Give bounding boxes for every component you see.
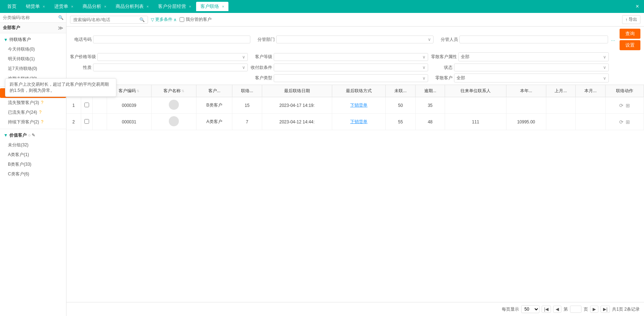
row1-link-icon[interactable]: ⟳ (619, 103, 624, 108)
row1-action: ⟳ ⊞ (605, 97, 644, 114)
next-page-btn[interactable]: ▶ (590, 306, 598, 313)
chevron-payment-icon: ∨ (422, 65, 426, 70)
row1-category: B类客户 (196, 97, 232, 114)
chevron-scattered2-icon: ∨ (603, 76, 606, 81)
chevron-nature-icon: ∨ (242, 65, 245, 70)
row2-this-year: 10995.00 (506, 114, 546, 130)
sidebar-loss-warning-label: 流失预警客户(3) (8, 100, 39, 105)
filter-level-select[interactable]: ∨ (274, 53, 428, 61)
tab-product-analysis[interactable]: 商品分析 × (78, 2, 111, 11)
filter-type-select[interactable]: ∨ (274, 74, 428, 82)
close-tab-product[interactable]: × (104, 4, 106, 9)
sidebar-waiting-contact-group: ▼ 待联络客户 今天待联络(0) 明天待联络(1) 近7天待联络(0) 逾期未联… (0, 33, 66, 85)
sidebar-arrow-value: ▼ (4, 133, 8, 138)
close-all-tabs[interactable]: × (634, 3, 641, 10)
close-tab-sales[interactable]: × (43, 4, 45, 9)
filter-status: 状态 ∨ (431, 63, 609, 71)
row2-check (81, 114, 92, 130)
filter-payment: 收付款条件 ∨ (251, 63, 428, 71)
row2-last-month (546, 114, 576, 130)
filter-manager-more[interactable]: … (610, 37, 617, 42)
tab-sales-order[interactable]: 销货单 × (22, 2, 49, 11)
more-conditions-label: 更多条件 (155, 16, 172, 23)
table-row: 2 000031 A类客户 7 2023-04-12 14:44: (66, 114, 644, 130)
prev-page-btn[interactable]: ◀ (553, 306, 561, 313)
more-conditions-btn[interactable]: ▽ 更多条件 ∧ (151, 16, 177, 23)
sidebar-item-today[interactable]: 今天待联络(0) (0, 44, 66, 54)
sidebar-item-declining[interactable]: 持续下滑客户(2) ? (0, 117, 66, 127)
code-sort-icon[interactable]: ⇅ (136, 89, 139, 93)
export-button[interactable]: ↑ 导出 (622, 15, 640, 24)
sidebar-edit-icon[interactable]: ○ ✎ (28, 133, 36, 138)
per-page-select[interactable]: 50 100 200 (521, 305, 539, 313)
sidebar-value-customers-header[interactable]: ▼ 价值客户 ○ ✎ (0, 131, 66, 140)
row1-method-link[interactable]: 下销货单 (350, 103, 367, 108)
action-label: 联络动作 (616, 88, 633, 93)
sidebar-item-7days[interactable]: 近7天待联络(0) (0, 64, 66, 74)
close-tab-segment[interactable]: × (189, 4, 191, 9)
filter-nature-select[interactable]: ∨ (93, 63, 248, 71)
tooltip-text: 距客户上次交易时长，超过了此客户的平均交易周期的1.5倍，则视为异常。 (10, 82, 109, 93)
close-tab-contact[interactable]: × (222, 4, 224, 9)
chevron-type-icon: ∨ (422, 76, 426, 81)
sidebar-item-c-class[interactable]: C类客户(6) (0, 169, 66, 179)
row2-link-icon[interactable]: ⟳ (619, 119, 624, 125)
row2-unit-contacts: 111 (445, 114, 506, 130)
tab-customer-segment[interactable]: 客户分层经营 × (154, 2, 195, 11)
first-page-btn[interactable]: |◀ (542, 306, 551, 313)
filter-manager-input[interactable] (459, 36, 608, 43)
sidebar-collapse-btn[interactable]: ≫ (58, 25, 63, 31)
row1-this-year (506, 97, 546, 114)
sidebar-item-loss-warning[interactable]: 流失预警客户(3) ? (0, 98, 66, 108)
filter-dept-select[interactable]: ∨ (276, 36, 434, 43)
filter-scattered-attr: 零散客户属性 全部 ∨ (431, 52, 609, 61)
sidebar-divider-2 (0, 129, 66, 129)
row1-last-method: 下销货单 (332, 97, 385, 114)
sidebar-item-tomorrow[interactable]: 明天待联络(1) (0, 54, 66, 64)
tab-purchase-order[interactable]: 进货单 × (50, 2, 78, 11)
main-search-icon[interactable]: 🔍 (139, 17, 145, 22)
row1-checkbox[interactable] (84, 103, 89, 107)
my-customers-checkbox[interactable] (180, 17, 184, 22)
settings-button[interactable]: 设置 (620, 40, 640, 50)
col-unit-contacts-header: 往来单位联系人 (445, 85, 506, 97)
tab-customer-contact[interactable]: 客户联络 × (196, 2, 228, 11)
row2-unread: 55 (386, 114, 416, 130)
sidebar-search-input[interactable] (3, 15, 57, 20)
filter-scattered2-select[interactable]: 全部 ∨ (454, 74, 609, 82)
row1-grid-icon[interactable]: ⊞ (626, 103, 630, 108)
filter-price-label: 客户价格等级 (70, 54, 96, 60)
query-button[interactable]: 查询 (620, 29, 640, 39)
chevron-dept-icon: ∨ (428, 37, 431, 42)
tab-home[interactable]: 首页 (3, 2, 21, 11)
sidebar-waiting-contact-header[interactable]: ▼ 待联络客户 (0, 35, 66, 44)
close-tab-purchase[interactable]: × (71, 4, 73, 9)
tab-product-list[interactable]: 商品分析列表 × (111, 2, 153, 11)
chevron-scattered-icon: ∨ (603, 55, 606, 60)
sidebar-item-lost[interactable]: 已流失客户(24) ? (0, 108, 66, 117)
row2-grid-icon[interactable]: ⊞ (626, 119, 630, 125)
page-number-input[interactable]: 1 (570, 306, 582, 313)
row2-avatar (169, 116, 179, 126)
row2-checkbox[interactable] (84, 119, 89, 124)
main-search-input[interactable] (73, 17, 138, 22)
filter-scattered-select[interactable]: 全部 ∨ (458, 52, 609, 61)
chevron-down-icon: ∧ (173, 17, 177, 22)
filter-phone-input[interactable] (93, 36, 250, 43)
chevron-price-icon: ∨ (242, 55, 245, 60)
sidebar-item-ungrouped[interactable]: 未分组(32) (0, 140, 66, 150)
filter-status-select[interactable]: ∨ (454, 63, 609, 71)
row2-method-link[interactable]: 下销货单 (350, 119, 367, 124)
row2-action-icons: ⟳ ⊞ (608, 119, 641, 125)
filter-price-select[interactable]: ∨ (97, 53, 248, 61)
close-tab-list[interactable]: × (147, 4, 149, 9)
sidebar-search-icon[interactable]: 🔍 (58, 15, 64, 20)
row1-settings (92, 97, 107, 114)
sidebar-item-a-class[interactable]: A类客户(1) (0, 150, 66, 160)
filter-dept: 分管部门 ∨ (253, 36, 434, 43)
last-page-btn[interactable]: ▶| (601, 306, 610, 313)
filter-payment-select[interactable]: ∨ (274, 63, 428, 71)
sidebar-item-b-class[interactable]: B类客户(33) (0, 160, 66, 169)
name-sort-icon[interactable]: ⇅ (181, 89, 184, 93)
sidebar-lost-label: 已流失客户(24) (8, 110, 37, 115)
